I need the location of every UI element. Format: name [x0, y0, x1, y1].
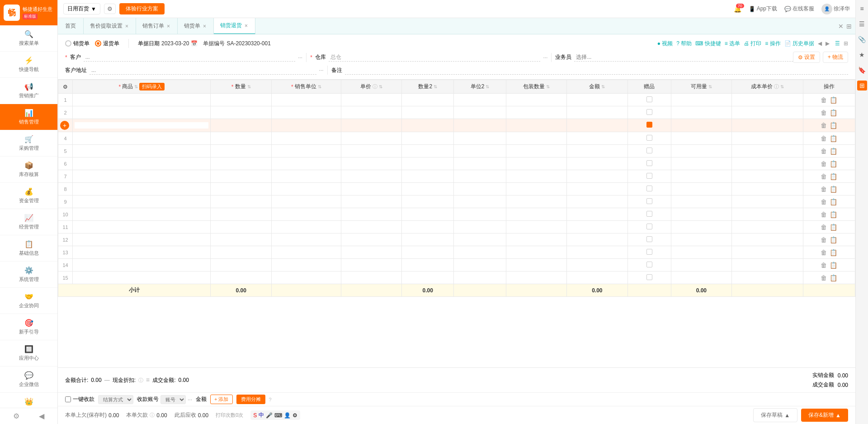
- calc-method-select[interactable]: 结算方式: [98, 395, 133, 404]
- action-shortcut[interactable]: ⌨ 快捷键: [695, 40, 721, 48]
- gift-checkbox-9[interactable]: [646, 198, 652, 204]
- cell-4-0[interactable]: [211, 132, 271, 145]
- gift-checkbox-14[interactable]: [646, 262, 652, 267]
- right-panel-icon2[interactable]: ☰: [857, 19, 867, 29]
- mic-icon-btn[interactable]: 🎤: [266, 412, 273, 419]
- cell-5-5[interactable]: [506, 145, 566, 157]
- cell-1-3[interactable]: [402, 94, 454, 106]
- delete-row-btn-10[interactable]: 🗑: [821, 211, 827, 218]
- gift-cell-10[interactable]: [627, 208, 671, 221]
- sidebar-item-sales[interactable]: 📊 销售管理: [0, 104, 57, 130]
- cell-12-2[interactable]: [341, 233, 401, 246]
- delete-row-btn-7[interactable]: 🗑: [821, 173, 827, 180]
- cell-6-3[interactable]: [402, 157, 454, 170]
- cell-10-1[interactable]: [271, 208, 341, 221]
- copy-row-btn-9[interactable]: 📋: [830, 198, 837, 205]
- copy-row-btn-12[interactable]: 📋: [830, 236, 837, 243]
- calendar-icon[interactable]: 📅: [191, 40, 198, 47]
- cell-6-4[interactable]: [454, 157, 506, 170]
- cell-8-3[interactable]: [402, 183, 454, 195]
- customer-input[interactable]: [84, 53, 296, 62]
- sidebar-item-wechat[interactable]: 💬 企业微信: [0, 367, 57, 393]
- cell-3-5[interactable]: [506, 119, 566, 132]
- action-print[interactable]: 🖨 打印: [744, 40, 761, 48]
- tab-sales-return[interactable]: 销货退货 ×: [214, 18, 255, 34]
- gift-cell-5[interactable]: [627, 145, 671, 157]
- sidebar-item-collab[interactable]: 🤝 企业协同: [0, 288, 57, 314]
- copy-row-btn-5[interactable]: 📋: [830, 148, 837, 155]
- split-expense-btn[interactable]: 费用分摊: [236, 395, 265, 404]
- cell-10-2[interactable]: [341, 208, 401, 221]
- delete-row-btn-12[interactable]: 🗑: [821, 236, 827, 243]
- cell-9-1[interactable]: [271, 195, 341, 208]
- cell-9-4[interactable]: [454, 195, 506, 208]
- cell-8-4[interactable]: [454, 183, 506, 195]
- cell-13-0[interactable]: [211, 246, 271, 259]
- copy-row-btn-8[interactable]: 📋: [830, 186, 837, 193]
- customer-dots[interactable]: ···: [298, 54, 302, 61]
- remark-input[interactable]: [345, 66, 848, 75]
- settings-btn[interactable]: ⚙ 设置: [793, 52, 820, 63]
- sort-product-icon[interactable]: ⇅: [134, 84, 138, 89]
- gift-cell-15[interactable]: [627, 272, 671, 284]
- cell-4-5[interactable]: [506, 132, 566, 145]
- keyboard-icon-btn[interactable]: ⌨: [274, 412, 282, 419]
- product-input-3[interactable]: [75, 122, 208, 129]
- history-nav-next[interactable]: ▶: [826, 40, 830, 47]
- product-cell-1[interactable]: [73, 94, 211, 106]
- right-panel-icon3[interactable]: 📎: [857, 34, 867, 44]
- sort-avail-icon[interactable]: ⇅: [708, 84, 712, 89]
- zhong-icon-btn[interactable]: 中: [259, 411, 264, 419]
- address-input[interactable]: [90, 66, 316, 75]
- tab-close-price-settings[interactable]: ×: [124, 23, 129, 29]
- add-payment-btn[interactable]: + 添加: [210, 395, 232, 404]
- app-download-btn[interactable]: 📱 App下载: [749, 5, 777, 13]
- action-history[interactable]: 📄 历史单据: [784, 40, 814, 48]
- sidebar-item-inventory[interactable]: 📦 库存核算: [0, 157, 57, 183]
- product-cell-12[interactable]: [73, 233, 211, 246]
- sidebar-item-search[interactable]: 🔍 搜索菜单: [0, 25, 57, 52]
- sidebar-item-guide[interactable]: 🎯 新手引导: [0, 314, 57, 340]
- copy-row-btn-13[interactable]: 📋: [830, 249, 837, 256]
- tab-sales-order[interactable]: 销售订单 ×: [136, 18, 178, 34]
- copy-row-btn-14[interactable]: 📋: [830, 262, 837, 269]
- product-cell-10[interactable]: [73, 208, 211, 221]
- gift-checkbox-12[interactable]: [646, 236, 652, 242]
- action-operation[interactable]: ≡ 操作: [765, 40, 780, 48]
- scan-input-btn[interactable]: 扫码录入: [139, 83, 165, 91]
- save-new-btn[interactable]: 保存&新增 ▲: [801, 409, 848, 422]
- tab-more-btn[interactable]: ⊞: [846, 23, 852, 30]
- sidebar-item-finance[interactable]: 💰 资金管理: [0, 183, 57, 209]
- gift-checkbox-13[interactable]: [646, 249, 652, 255]
- copy-row-btn-2[interactable]: 📋: [830, 109, 837, 116]
- cell-12-5[interactable]: [506, 233, 566, 246]
- sort-qty2-icon[interactable]: ⇅: [434, 84, 437, 89]
- view-toggle-list[interactable]: ☰: [835, 40, 840, 47]
- cell-13-2[interactable]: [341, 246, 401, 259]
- cell-11-2[interactable]: [341, 221, 401, 233]
- gift-checkbox-6[interactable]: [646, 160, 652, 166]
- delete-row-btn-11[interactable]: 🗑: [821, 224, 827, 231]
- cell-2-1[interactable]: [271, 106, 341, 119]
- cell-15-3[interactable]: [402, 272, 454, 284]
- cell-6-2[interactable]: [341, 157, 401, 170]
- cell-4-3[interactable]: [402, 132, 454, 145]
- cell-12-1[interactable]: [271, 233, 341, 246]
- topbar-settings-btn[interactable]: ⚙: [104, 4, 116, 14]
- cell-11-0[interactable]: [211, 221, 271, 233]
- cash-discount-info-icon[interactable]: ⓘ: [138, 377, 143, 384]
- cell-1-0[interactable]: [211, 94, 271, 106]
- cell-1-5[interactable]: [506, 94, 566, 106]
- cell-3-4[interactable]: [454, 119, 506, 132]
- tab-close-sales-order[interactable]: ×: [166, 23, 171, 29]
- cost-info-icon[interactable]: ⓘ: [774, 83, 779, 90]
- sort-pack-icon[interactable]: ⇅: [546, 84, 550, 89]
- cell-7-1[interactable]: [271, 170, 341, 183]
- th-settings[interactable]: ⚙: [58, 80, 73, 94]
- product-cell-8[interactable]: [73, 183, 211, 195]
- gift-cell-9[interactable]: [627, 195, 671, 208]
- cell-13-4[interactable]: [454, 246, 506, 259]
- cell-10-5[interactable]: [506, 208, 566, 221]
- cell-9-5[interactable]: [506, 195, 566, 208]
- cell-12-4[interactable]: [454, 233, 506, 246]
